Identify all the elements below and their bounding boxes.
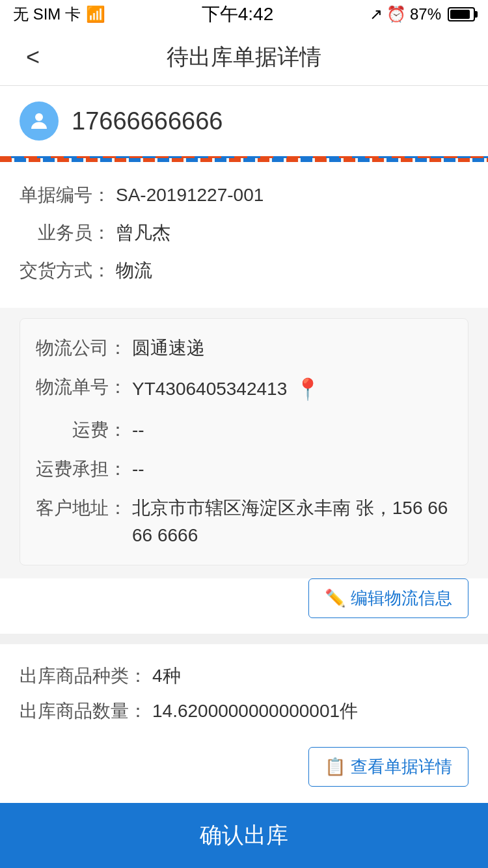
doc-number-label: 单据编号： [20,182,111,209]
back-button[interactable]: < [20,37,46,77]
logistics-company-value: 圆通速递 [132,334,452,362]
quantity-label: 出库商品数量： [20,699,147,724]
location-status-icon: ↗ [370,5,383,23]
address-row: 客户地址： 北京市市辖区海淀区永丰南 张，156 6666 6666 [36,495,452,549]
user-phone: 17666666666 [72,107,223,135]
battery-percent: 87% [410,5,441,23]
status-left: 无 SIM 卡 📶 [13,4,105,25]
page-wrapper: 无 SIM 卡 📶 下午4:42 ↗ ⏰ 87% < 待出库单据详情 [0,0,488,868]
user-avatar [20,102,59,141]
view-btn-row: 📋 查看单据详情 [0,747,488,806]
confirm-btn-container: 确认出库 [0,803,488,868]
tracking-value: YT43064053424​13 📍 [132,373,452,405]
alarm-icon: ⏰ [386,5,406,23]
battery-fill [450,10,470,19]
freight-label: 运费： [36,416,127,444]
logistics-company-row: 物流公司： 圆通速递 [36,334,452,362]
edit-icon: ✏️ [325,588,346,608]
confirm-button[interactable]: 确认出库 [200,821,288,850]
salesman-value: 曾凡杰 [116,219,468,247]
section-separator [0,634,488,644]
salesman-row: 业务员： 曾凡杰 [20,219,468,247]
type-label: 出库商品种类： [20,664,147,688]
quantity-row: 出库商品数量： 14.62000000000000​01件 [20,699,468,724]
tracking-number: YT43064053424​13 [132,375,287,403]
edit-logistics-button[interactable]: ✏️ 编辑物流信息 [308,578,468,618]
svg-point-0 [35,113,43,121]
freight-value: -- [132,416,452,444]
doc-number-value: SA-20191227-001 [116,182,468,209]
freight-row: 运费： -- [36,416,452,444]
logistics-card: 物流公司： 圆通速递 物流单号： YT43064053424​13 📍 运费： … [20,318,468,565]
tracking-label: 物流单号： [36,373,127,401]
quantity-value: 14.62000000000000​01件 [152,699,358,724]
freight-bear-label: 运费承担： [36,455,127,483]
tracking-row: 物流单号： YT43064053424​13 📍 [36,373,452,405]
delivery-label: 交货方式： [20,257,111,284]
summary-section: 出库商品种类： 4种 出库商品数量： 14.62000000000000​01件 [0,644,488,747]
edit-btn-label: 编辑物流信息 [351,587,452,610]
logistics-company-label: 物流公司： [36,334,127,362]
edit-btn-row: ✏️ 编辑物流信息 [0,578,488,634]
view-detail-button[interactable]: 📋 查看单据详情 [308,747,468,787]
basic-info-section: 单据编号： SA-20191227-001 业务员： 曾凡杰 交货方式： 物流 [0,162,488,308]
status-right: ↗ ⏰ 87% [370,5,475,23]
salesman-label: 业务员： [20,219,111,247]
carrier-text: 无 SIM 卡 [13,4,81,25]
nav-bar: < 待出库单据详情 [0,29,488,86]
doc-number-row: 单据编号： SA-20191227-001 [20,182,468,209]
freight-bear-row: 运费承担： -- [36,455,452,483]
status-bar: 无 SIM 卡 📶 下午4:42 ↗ ⏰ 87% [0,0,488,29]
address-label: 客户地址： [36,495,127,522]
type-value: 4种 [152,664,181,688]
freight-bear-value: -- [132,455,452,483]
address-value: 北京市市辖区海淀区永丰南 张，156 6666 6666 [132,495,452,549]
user-header: 17666666666 [0,86,488,158]
status-time: 下午4:42 [202,2,274,27]
person-icon [27,109,51,133]
battery-icon [448,7,475,21]
view-btn-label: 查看单据详情 [351,755,452,778]
wifi-icon: 📶 [86,5,105,23]
list-icon: 📋 [325,757,346,777]
content-area: 17666666666 单据编号： SA-20191227-001 业务员： 曾… [0,86,488,806]
page-title: 待出库单据详情 [167,42,321,72]
map-pin-icon[interactable]: 📍 [295,373,321,405]
delivery-row: 交货方式： 物流 [20,257,468,284]
type-row: 出库商品种类： 4种 [20,664,468,688]
delivery-value: 物流 [116,257,468,284]
